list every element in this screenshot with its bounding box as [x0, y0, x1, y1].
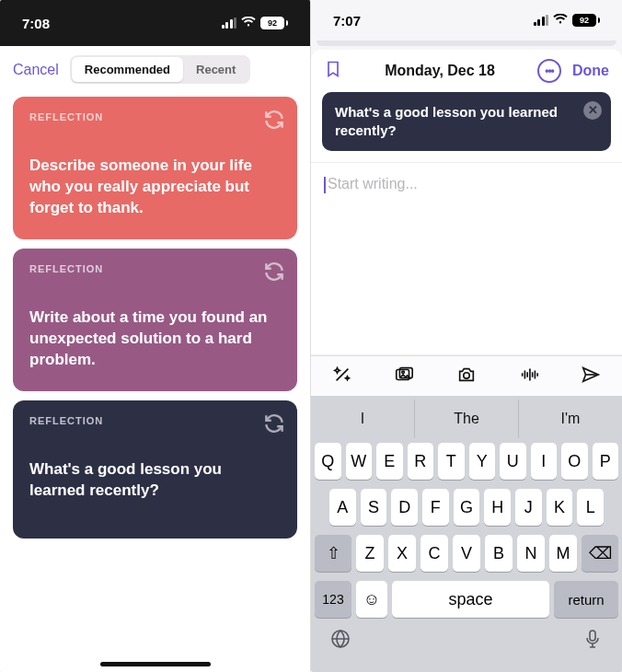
text-editor[interactable]: Start writing... — [311, 162, 622, 355]
prompt-card-list[interactable]: REFLECTION Describe someone in your life… — [0, 91, 310, 544]
keyboard: I The I'm Q W E R T Y U I O P — [311, 396, 622, 672]
done-button[interactable]: Done — [572, 63, 609, 79]
wifi-icon — [553, 13, 568, 28]
card-tag: REFLECTION — [29, 415, 281, 426]
status-time: 7:08 — [22, 16, 50, 31]
key-shift[interactable]: ⇧ — [315, 535, 351, 572]
key-row-2: A S D F G H J K L — [311, 484, 622, 530]
entry-header: Monday, Dec 18 ••• Done — [311, 50, 622, 90]
key-s[interactable]: S — [361, 489, 387, 526]
audio-icon[interactable] — [519, 365, 539, 388]
key-g[interactable]: G — [454, 489, 480, 526]
key-j[interactable]: J — [515, 489, 542, 526]
segmented-control: Recommended Recent — [70, 55, 251, 84]
tab-recommended[interactable]: Recommended — [72, 57, 183, 82]
key-r[interactable]: R — [408, 443, 434, 480]
text-cursor — [324, 177, 326, 193]
svg-rect-5 — [590, 631, 595, 641]
key-k[interactable]: K — [547, 489, 573, 526]
close-icon[interactable]: ✕ — [583, 101, 602, 120]
card-text: What's a good lesson you learned recentl… — [29, 459, 281, 502]
status-time: 7:07 — [333, 13, 361, 29]
battery-level: 92 — [260, 17, 284, 29]
key-d[interactable]: D — [391, 489, 418, 526]
key-n[interactable]: N — [517, 535, 545, 572]
refresh-icon[interactable] — [262, 108, 286, 132]
prompt-pill: What's a good lesson you learned recentl… — [322, 92, 611, 152]
key-h[interactable]: H — [484, 489, 511, 526]
nav-bar: Cancel Recommended Recent — [0, 46, 310, 91]
card-text: Write about a time you found an unexpect… — [29, 307, 281, 371]
cellular-icon — [534, 15, 549, 26]
key-x[interactable]: X — [388, 535, 416, 572]
key-a[interactable]: A — [329, 489, 356, 526]
key-z[interactable]: Z — [356, 535, 384, 572]
key-u[interactable]: U — [500, 443, 526, 480]
key-b[interactable]: B — [485, 535, 513, 572]
entry-date: Monday, Dec 18 — [385, 63, 495, 79]
magic-icon[interactable] — [332, 365, 352, 388]
status-bar: 7:07 92 — [311, 0, 622, 41]
key-m[interactable]: M — [549, 535, 577, 572]
key-l[interactable]: L — [577, 489, 604, 526]
key-t[interactable]: T — [438, 443, 465, 480]
key-y[interactable]: Y — [469, 443, 496, 480]
prompt-card[interactable]: REFLECTION What's a good lesson you lear… — [13, 400, 297, 539]
send-icon[interactable] — [581, 365, 601, 388]
cancel-button[interactable]: Cancel — [13, 62, 59, 78]
card-tag: REFLECTION — [29, 263, 281, 274]
key-row-1: Q W E R T Y U I O P — [311, 438, 622, 484]
prompt-card[interactable]: REFLECTION Write about a time you found … — [13, 249, 297, 391]
mic-icon[interactable] — [582, 628, 604, 655]
bookmark-icon[interactable] — [324, 60, 342, 82]
key-numbers[interactable]: 123 — [315, 581, 351, 618]
key-i[interactable]: I — [531, 443, 558, 480]
status-indicators: 92 — [222, 16, 289, 30]
suggestion[interactable]: I'm — [518, 400, 622, 438]
editor-placeholder: Start writing... — [328, 176, 418, 191]
key-p[interactable]: P — [593, 443, 619, 480]
key-q[interactable]: Q — [315, 443, 341, 480]
battery-level: 92 — [572, 14, 596, 27]
more-menu-button[interactable]: ••• — [537, 59, 561, 83]
key-space[interactable]: space — [392, 581, 549, 618]
key-e[interactable]: E — [376, 443, 403, 480]
gallery-icon[interactable] — [394, 365, 414, 388]
battery-icon: 92 — [572, 14, 600, 27]
wifi-icon — [241, 16, 256, 30]
prompt-pill-text: What's a good lesson you learned recentl… — [335, 104, 558, 138]
camera-icon[interactable] — [456, 365, 477, 388]
sheet-background-edge — [317, 41, 616, 45]
keyboard-bottom — [311, 622, 622, 672]
suggestion[interactable]: The — [414, 400, 518, 438]
key-v[interactable]: V — [453, 535, 480, 572]
key-row-4: 123 ☺ space return — [311, 576, 622, 622]
key-o[interactable]: O — [561, 443, 588, 480]
tab-recent[interactable]: Recent — [183, 57, 248, 82]
key-w[interactable]: W — [346, 443, 373, 480]
home-indicator[interactable] — [100, 662, 211, 666]
svg-point-2 — [402, 370, 405, 373]
battery-icon: 92 — [260, 17, 288, 29]
key-row-3: ⇧ Z X C V B N M ⌫ — [311, 530, 622, 576]
card-tag: REFLECTION — [29, 111, 281, 122]
suggestion[interactable]: I — [311, 400, 414, 438]
suggestion-bar: I The I'm — [311, 400, 622, 438]
status-bar: 7:08 92 — [0, 0, 310, 46]
phone-left: 7:08 92 Cancel Recommended Recent RE — [0, 0, 311, 672]
status-indicators: 92 — [534, 13, 601, 28]
key-backspace[interactable]: ⌫ — [582, 535, 618, 572]
svg-point-3 — [464, 372, 469, 377]
cellular-icon — [222, 17, 237, 29]
refresh-icon[interactable] — [262, 260, 286, 284]
card-text: Describe someone in your life who you re… — [29, 156, 281, 219]
globe-icon[interactable] — [329, 628, 351, 655]
refresh-icon[interactable] — [262, 411, 286, 435]
editor-toolbar — [311, 355, 622, 396]
phone-right: 7:07 92 — [311, 0, 622, 672]
key-f[interactable]: F — [422, 489, 449, 526]
key-c[interactable]: C — [420, 535, 448, 572]
prompt-card[interactable]: REFLECTION Describe someone in your life… — [13, 97, 297, 239]
key-return[interactable]: return — [554, 581, 618, 618]
key-emoji[interactable]: ☺ — [356, 581, 387, 618]
